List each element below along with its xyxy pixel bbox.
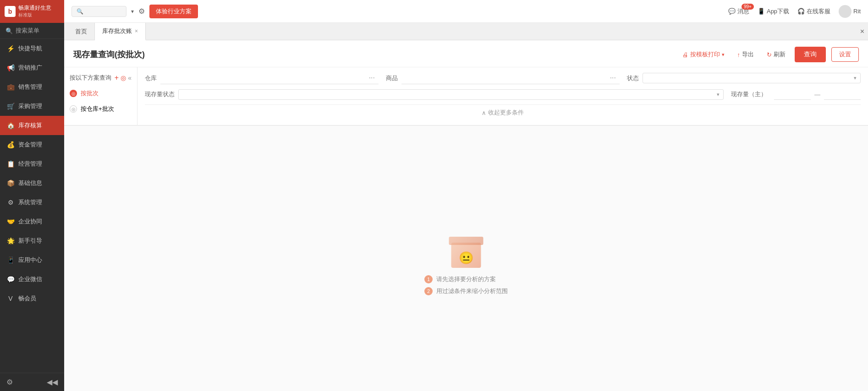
appcenter-icon: 📱 <box>6 256 15 264</box>
headset-icon: 🎧 <box>797 8 805 15</box>
query-button[interactable]: 查询 <box>795 47 826 62</box>
system-icon: ⚙ <box>6 198 15 206</box>
sidebar-item-quicknav[interactable]: ⚡ 快捷导航 <box>0 39 64 58</box>
inventory-status-filter: 现存量状态 ▾ <box>145 89 724 100</box>
settings-button[interactable]: 设置 <box>831 47 859 62</box>
inventory-status-select[interactable]: ▾ <box>178 89 724 100</box>
empty-state: 😐 1 请先选择要分析的方案 2 用过滤条件来缩小分析范围 <box>64 126 868 391</box>
brand-name: 畅康通好生意 <box>18 5 51 12</box>
sidebar-item-system[interactable]: ⚙ 系统管理 <box>0 193 64 212</box>
product-filter: 商品 ··· <box>386 72 620 84</box>
refresh-icon: ↻ <box>767 51 772 58</box>
sidebar-item-label: 企业协同 <box>18 217 42 226</box>
status-chevron-icon: ▾ <box>854 75 857 81</box>
sidebar-footer: ⚙ ◀◀ <box>0 373 64 391</box>
topbar-right: 💬 消息 99+ 📱 App下载 🎧 在线客服 Rit <box>728 5 861 18</box>
sidebar-item-purchase[interactable]: 🛒 采购管理 <box>0 97 64 116</box>
user-avatar <box>839 5 852 18</box>
sidebar-item-inventory[interactable]: 🏠 库存核算 <box>0 116 64 135</box>
active-scheme-dot: ◎ <box>70 90 77 97</box>
sidebar-item-basic[interactable]: 📦 基础信息 <box>0 174 64 193</box>
app-download-icon: 📱 <box>758 8 765 15</box>
topbar-dropdown[interactable]: ▾ <box>131 8 134 15</box>
sidebar-item-enterprise[interactable]: 🤝 企业协同 <box>0 212 64 231</box>
inventory-qty-label: 现存量（主） <box>731 90 767 98</box>
sidebar-item-label: 系统管理 <box>18 198 42 206</box>
tab-inventory-batch[interactable]: 库存批次账 × <box>95 23 146 40</box>
warehouse-input[interactable]: ··· <box>160 72 379 84</box>
empty-illustration: 😐 <box>443 222 489 268</box>
tab-close-icon[interactable]: × <box>135 28 138 34</box>
scheme-item-0[interactable]: ◎ 按批次 <box>64 86 137 101</box>
sidebar-item-label: 销售管理 <box>18 83 42 91</box>
edition-label: 标准版 <box>18 12 51 18</box>
search-icon: 🔍 <box>5 27 13 34</box>
settings-icon[interactable]: ⚙ <box>6 378 13 386</box>
sidebar-item-sales[interactable]: 💼 销售管理 <box>0 77 64 97</box>
sidebar-item-label: 营销推广 <box>18 64 42 72</box>
sidebar-item-newbie[interactable]: 🌟 新手引导 <box>0 231 64 250</box>
basic-icon: 📦 <box>6 179 15 187</box>
sidebar-item-label: 采购管理 <box>18 102 42 110</box>
status-select[interactable]: ▾ <box>643 73 861 83</box>
messages-item[interactable]: 💬 消息 99+ <box>728 7 749 16</box>
print-dropdown-icon[interactable]: ▾ <box>722 52 725 58</box>
filter-right: 仓库 ··· 商品 ··· 状态 <box>137 67 868 125</box>
inventory-status-label: 现存量状态 <box>145 90 175 98</box>
topbar-gear-icon[interactable]: ⚙ <box>138 7 145 16</box>
refresh-button[interactable]: ↻ 刷新 <box>763 49 789 60</box>
inventory-status-chevron: ▾ <box>717 92 720 98</box>
tabbar-right: × <box>860 27 864 36</box>
sidebar-search[interactable]: 🔍 搜索菜单 <box>0 23 64 39</box>
logo-icon: b <box>5 6 16 17</box>
tip-text-1: 请先选择要分析的方案 <box>436 275 496 283</box>
tip-num-1: 1 <box>424 275 433 283</box>
sidebar-item-finance[interactable]: 💰 资金管理 <box>0 135 64 154</box>
add-scheme-icon[interactable]: + <box>115 74 119 82</box>
sidebar-item-appcenter[interactable]: 📱 应用中心 <box>0 250 64 270</box>
sidebar-item-label: 资金管理 <box>18 141 42 149</box>
scheme-item-1[interactable]: ◎ 按仓库+批次 <box>64 101 137 117</box>
product-input[interactable]: ··· <box>401 72 620 84</box>
tip-num-2: 2 <box>424 287 433 295</box>
newbie-icon: 🌟 <box>6 237 15 245</box>
filter-row-1: 仓库 ··· 商品 ··· 状态 <box>145 72 861 84</box>
scheme-label-1: 按仓库+批次 <box>81 105 114 113</box>
status-filter: 状态 ▾ <box>627 73 861 83</box>
export-icon: ↑ <box>737 51 741 58</box>
export-button[interactable]: ↑ 导出 <box>734 49 758 60</box>
active-tab-label: 库存批次账 <box>102 27 132 35</box>
sidebar-item-wechat[interactable]: 💬 企业微信 <box>0 270 64 289</box>
scheme-panel-title: 按以下方案查询 <box>70 74 111 82</box>
sidebar-collapse-icon[interactable]: ◀◀ <box>47 378 58 386</box>
app-download-item[interactable]: 📱 App下载 <box>758 7 789 16</box>
page-title: 现存量查询(按批次) <box>73 49 145 60</box>
product-dots[interactable]: ··· <box>610 74 616 82</box>
export-label: 导出 <box>742 50 754 59</box>
content-area: 现存量查询(按批次) 🖨 按模板打印 ▾ ↑ 导出 ↻ 刷新 查询 设置 <box>64 40 868 391</box>
refresh-label: 刷新 <box>774 50 786 59</box>
sidebar-item-marketing[interactable]: 📢 营销推广 <box>0 58 64 77</box>
topbar-search-box[interactable]: 🔍 <box>71 6 126 17</box>
print-button[interactable]: 🖨 按模板打印 ▾ <box>679 49 728 60</box>
online-service-item[interactable]: 🎧 在线客服 <box>797 7 830 16</box>
sidebar-item-vip[interactable]: V 畅会员 <box>0 289 64 308</box>
wechat-icon: 💬 <box>6 275 15 283</box>
page-actions: 🖨 按模板打印 ▾ ↑ 导出 ↻ 刷新 查询 设置 <box>679 47 859 62</box>
trial-button[interactable]: 体验行业方案 <box>149 5 198 18</box>
sidebar: b 畅康通好生意 标准版 🔍 搜索菜单 ⚡ 快捷导航 📢 营销推广 💼 销售管理… <box>0 0 64 391</box>
topbar: 🔍 ▾ ⚙ 体验行业方案 💬 消息 99+ 📱 App下载 🎧 在线客服 Rit <box>64 0 868 23</box>
tabbar: 首页 库存批次账 × × <box>64 23 868 40</box>
inventory-qty-min-input[interactable] <box>774 89 811 100</box>
box-lid <box>449 237 483 245</box>
page-close-icon[interactable]: × <box>860 27 864 36</box>
tab-home[interactable]: 首页 <box>68 23 95 40</box>
scheme-settings-icon[interactable]: ◎ <box>121 74 126 81</box>
scheme-collapse-icon[interactable]: « <box>128 74 132 81</box>
collapse-button[interactable]: ∧ 收起更多条件 <box>145 104 861 120</box>
user-item[interactable]: Rit <box>839 5 861 18</box>
logo-letter: b <box>8 8 12 15</box>
inventory-qty-max-input[interactable] <box>824 89 861 100</box>
sidebar-item-operations[interactable]: 📋 经营管理 <box>0 154 64 174</box>
warehouse-dots[interactable]: ··· <box>369 74 375 82</box>
